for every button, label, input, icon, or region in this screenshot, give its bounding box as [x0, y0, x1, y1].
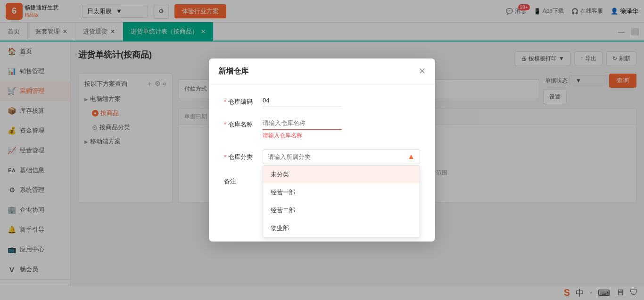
code-label: 仓库编码	[224, 94, 257, 106]
name-field-wrap: 请输入仓库名称	[263, 117, 420, 140]
modal-overlay: 新增仓库 ✕ 仓库编码 仓库名称 请输入仓库名称 仓库分类	[0, 0, 644, 300]
modal-body: 仓库编码 仓库名称 请输入仓库名称 仓库分类 ▲	[209, 84, 435, 216]
name-error-msg: 请输入仓库名称	[263, 132, 420, 140]
category-label: 仓库分类	[224, 149, 257, 161]
category-option-dept2[interactable]: 经营二部	[263, 201, 420, 219]
category-option-dept1[interactable]: 经营一部	[263, 183, 420, 201]
name-input[interactable]	[263, 117, 342, 130]
modal-title: 新增仓库	[218, 67, 248, 76]
form-row-code: 仓库编码	[224, 94, 420, 107]
modal-close-btn[interactable]: ✕	[419, 66, 426, 76]
category-option-unclassified[interactable]: 未分类	[263, 166, 420, 183]
new-warehouse-modal: 新增仓库 ✕ 仓库编码 仓库名称 请输入仓库名称 仓库分类	[209, 58, 435, 242]
category-option-property[interactable]: 物业部	[263, 219, 420, 237]
category-dropdown: 未分类 经营一部 经营二部 物业部	[263, 165, 420, 238]
form-row-name: 仓库名称 请输入仓库名称	[224, 117, 420, 140]
category-wrap: ▲ 未分类 经营一部 经营二部 物业部	[263, 149, 420, 164]
category-input[interactable]	[268, 153, 407, 160]
code-input[interactable]	[263, 94, 342, 107]
code-field-wrap	[263, 94, 420, 107]
form-row-category: 仓库分类 ▲ 未分类 经营一部 经营二部 物业部	[224, 149, 420, 164]
category-input-row[interactable]: ▲	[263, 149, 420, 164]
modal-header: 新增仓库 ✕	[209, 58, 435, 84]
chevron-up-icon: ▲	[407, 152, 415, 161]
note-label: 备注	[224, 174, 257, 186]
name-label: 仓库名称	[224, 117, 257, 129]
